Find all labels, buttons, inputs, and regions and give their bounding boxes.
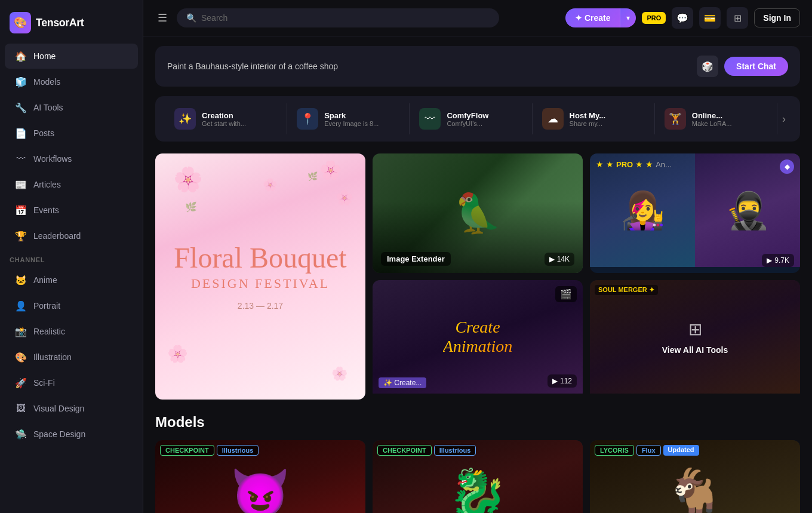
create-button[interactable]: ✦ Create <box>565 8 620 27</box>
feature-tab-title-creation: Creation <box>202 111 246 120</box>
channel-icon-sci-fi: 🚀 <box>14 376 27 389</box>
feature-tab-text-creation: Creation Get start with... <box>202 111 246 127</box>
feature-tab-comfyflow[interactable]: 〰 ComfyFlow ComfyUI's... <box>410 103 532 134</box>
feature-tab-online[interactable]: 🏋 Online... Make LoRA... <box>655 103 777 134</box>
channel-label-realistic: Realistic <box>33 327 65 336</box>
sidebar-item-workflows[interactable]: 〰 Workflows <box>5 146 138 171</box>
channel-item-realistic[interactable]: 📸 Realistic <box>5 319 138 344</box>
feature-tab-sub-spark: Every Image is 8... <box>324 120 379 127</box>
sidebar-item-models[interactable]: 🧊 Models <box>5 69 138 94</box>
floral-title: Floral Bouquet <box>174 242 346 274</box>
channel-item-portrait[interactable]: 👤 Portrait <box>5 293 138 318</box>
wallet-button[interactable]: 💳 <box>699 7 721 29</box>
feature-tab-icon-online: 🏋 <box>665 108 686 130</box>
hero-actions: 🎲 Start Chat <box>697 56 788 77</box>
create-group: ✦ Create ▾ <box>565 8 636 27</box>
discord-button[interactable]: 💬 <box>672 7 693 29</box>
search-input[interactable] <box>201 13 490 23</box>
sidebar-item-home[interactable]: 🏠 Home <box>5 44 138 69</box>
model-badge-checkpoint-2: LYCORIS <box>595 445 634 456</box>
feature-tab-icon-comfyflow: 〰 <box>419 108 441 130</box>
channel-label-anime: Anime <box>33 275 57 285</box>
play-icon-3: ▶ <box>552 377 558 385</box>
image-extender-card[interactable]: 🦜 Image Extender ▶ 14K <box>373 153 583 273</box>
channel-item-visual-design[interactable]: 🖼 Visual Design <box>5 396 138 421</box>
topbar: ☰ 🔍 ✦ Create ▾ PRO 💬 💳 ⊞ Sign In <box>143 0 812 36</box>
model-badge-type-1: Illustrious <box>434 445 476 456</box>
floral-card[interactable]: 🌸 🌸 🌸 🌸 🌸 🌸 🌿 🌿 Floral Bouquet Design Fe… <box>155 153 365 400</box>
feature-tab-sub-online: Make LoRA... <box>692 120 732 127</box>
model-thumb-1: 🐉 CHECKPOINT Illustrious <box>373 440 583 513</box>
video-icon: 🎬 <box>555 286 577 302</box>
sidebar-item-leaderboard[interactable]: 🏆 Leaderboard <box>5 223 138 248</box>
sidebar-item-articles[interactable]: 📰 Articles <box>5 172 138 197</box>
logo-area: 🎨 TensorArt <box>0 7 143 43</box>
feature-tab-title-spark: Spark <box>324 111 379 120</box>
model-badge-type-2: Flux <box>636 445 661 456</box>
feature-tab-sub-host-my: Share my... <box>570 120 605 127</box>
search-icon: 🔍 <box>186 13 196 23</box>
pro-overlay: ★ ★ PRO ★ ★ An... <box>596 159 672 169</box>
create-dropdown-button[interactable]: ▾ <box>620 8 636 27</box>
view-all-tools-label: View All AI Tools <box>662 345 728 355</box>
sidebar-item-events[interactable]: 📅 Events <box>5 198 138 223</box>
nav-icon-posts: 📄 <box>14 127 27 140</box>
feature-tabs-more-button[interactable]: › <box>777 108 791 130</box>
channel-item-sci-fi[interactable]: 🚀 Sci-Fi <box>5 370 138 395</box>
apps-button[interactable]: ⊞ <box>727 7 748 29</box>
play-icon: ▶ <box>549 255 555 263</box>
nav-icon-home: 🏠 <box>14 50 27 63</box>
content-area: 🌸 🌸 🌸 🌸 🌸 🌸 🌿 🌿 Floral Bouquet Design Fe… <box>143 153 812 513</box>
model-badge-type-0: Illustrious <box>217 445 259 456</box>
channel-label-portrait: Portrait <box>33 301 60 311</box>
grid-icon: ⊞ <box>688 320 702 339</box>
sidebar-item-ai-tools[interactable]: 🔧 AI Tools <box>5 95 138 120</box>
main-content: ☰ 🔍 ✦ Create ▾ PRO 💬 💳 ⊞ Sign In Paint a… <box>143 0 812 513</box>
floral-subtitle: Design Festival <box>174 276 346 291</box>
feature-tab-title-online: Online... <box>692 111 732 120</box>
menu-button[interactable]: ☰ <box>155 9 170 27</box>
nav-icon-events: 📅 <box>14 204 27 217</box>
dice-button[interactable]: 🎲 <box>697 56 718 77</box>
model-badges-0: CHECKPOINT Illustrious <box>160 445 259 456</box>
channel-icon-visual-design: 🖼 <box>14 402 27 415</box>
start-chat-button[interactable]: Start Chat <box>724 57 788 76</box>
nav-icon-models: 🧊 <box>14 75 27 88</box>
model-card-2[interactable]: 🐐 LYCORIS Flux Updated <box>590 440 800 513</box>
play-icon-2: ▶ <box>767 256 772 265</box>
nav-icon-leaderboard: 🏆 <box>14 229 27 242</box>
model-badge-updated-2: Updated <box>663 445 699 456</box>
ai-tools-card[interactable]: ⊞ View All AI Tools SOUL MERGER ✦ <box>590 280 800 400</box>
channel-item-space-design[interactable]: 🛸 Space Design <box>5 422 138 447</box>
chars-stat: ▶ 9.7K <box>762 254 794 267</box>
animation-card[interactable]: CreateAnimation 🎬 ✨ Create... ▶ 112 <box>373 280 583 400</box>
model-badge-checkpoint-0: CHECKPOINT <box>160 445 214 456</box>
char-img-1: 👩‍🎤 <box>590 153 695 267</box>
image-extender-tag: Image Extender <box>381 252 451 266</box>
nav-label-leaderboard: Leaderboard <box>33 231 81 241</box>
feature-tab-creation[interactable]: ✨ Creation Get start with... <box>165 103 287 134</box>
channel-item-illustration[interactable]: 🎨 Illustration <box>5 345 138 370</box>
chars-name: An... <box>656 160 672 169</box>
animation-text: CreateAnimation <box>443 318 513 356</box>
topbar-actions: ✦ Create ▾ PRO 💬 💳 ⊞ Sign In <box>565 7 800 29</box>
feature-tab-icon-creation: ✨ <box>174 108 196 130</box>
nav-icon-workflows: 〰 <box>14 152 27 165</box>
anim-badge-text: ✨ Create... <box>379 377 426 388</box>
feature-tab-text-host-my: Host My... Share my... <box>570 111 605 127</box>
feature-tab-host-my[interactable]: ☁ Host My... Share my... <box>533 103 655 134</box>
channel-icon-realistic: 📸 <box>14 325 27 338</box>
model-card-1[interactable]: 🐉 CHECKPOINT Illustrious <box>373 440 583 513</box>
feature-tab-spark[interactable]: 📍 Spark Every Image is 8... <box>287 103 410 134</box>
sidebar: 🎨 TensorArt 🏠 Home 🧊 Models 🔧 AI Tools 📄… <box>0 0 143 513</box>
characters-card[interactable]: 👩‍🎤 🥷 ★ ★ PRO ★ ★ An... ▶ 9.7K <box>590 153 800 273</box>
feature-tab-icon-host-my: ☁ <box>542 108 564 130</box>
channel-icon-space-design: 🛸 <box>14 428 27 441</box>
channel-icon-illustration: 🎨 <box>14 351 27 364</box>
channel-label-visual-design: Visual Design <box>33 404 84 413</box>
search-bar[interactable]: 🔍 <box>177 8 499 27</box>
model-card-0[interactable]: 😈 CHECKPOINT Illustrious <box>155 440 365 513</box>
sidebar-item-posts[interactable]: 📄 Posts <box>5 121 138 146</box>
sign-in-button[interactable]: Sign In <box>754 8 800 27</box>
channel-item-anime[interactable]: 🐱 Anime <box>5 268 138 293</box>
